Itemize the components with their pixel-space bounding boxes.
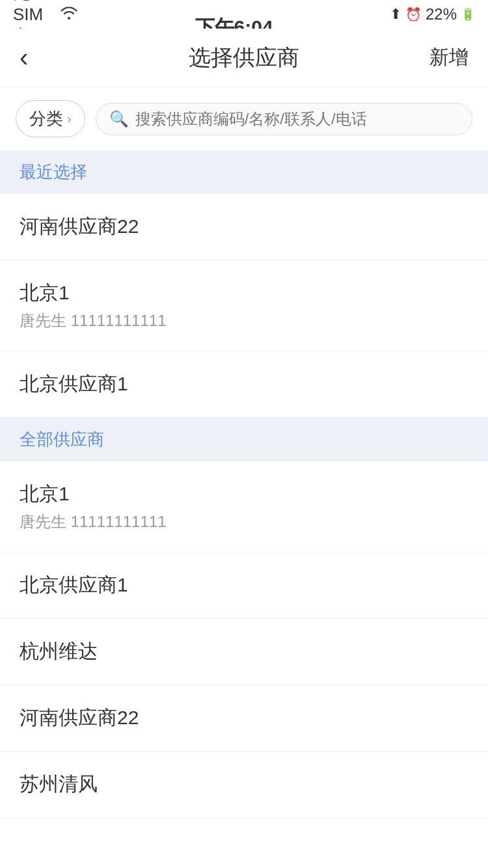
search-icon: 🔍 <box>109 110 129 128</box>
list-item[interactable]: 河南供应商22 <box>0 194 488 260</box>
section-header-all: 全部供应商 <box>0 418 488 461</box>
section-header-recent: 最近选择 <box>0 150 488 194</box>
location-icon: ⬆ <box>390 6 401 23</box>
chevron-right-icon: › <box>67 111 72 126</box>
item-name: 北京1 <box>20 280 468 306</box>
section-header-text: 最近选择 <box>20 162 87 182</box>
item-sub: 唐先生 11111111111 <box>20 310 468 331</box>
search-box[interactable]: 🔍 <box>96 103 472 135</box>
list-item[interactable]: 北京供应商1 <box>0 552 488 619</box>
list-item[interactable]: 河南供应商22 <box>0 685 488 752</box>
list-item[interactable]: 北京1唐先生 11111111111 <box>0 461 488 552</box>
wifi-icon <box>60 5 78 23</box>
list-item[interactable]: 北京1唐先生 11111111111 <box>0 260 488 351</box>
page-title: 选择供应商 <box>189 43 299 73</box>
item-name: 北京1 <box>20 481 468 508</box>
status-bar: 无 SIM 卡 下午6:04 ⬆ ⏰ 22% 🔋 <box>0 0 488 29</box>
item-name: 河南供应商22 <box>20 213 468 240</box>
status-right: ⬆ ⏰ 22% 🔋 <box>390 5 475 23</box>
list-item[interactable]: 苏州清风 <box>0 752 488 818</box>
category-label: 分类 <box>29 107 63 130</box>
battery-icon: 🔋 <box>461 7 475 21</box>
section-header-text: 全部供应商 <box>20 429 104 449</box>
suppliers-list: 最近选择河南供应商22北京1唐先生 11111111111北京供应商1全部供应商… <box>0 150 488 818</box>
item-name: 苏州清风 <box>20 771 468 798</box>
filter-bar: 分类 › 🔍 <box>0 87 488 150</box>
back-button[interactable]: ‹ <box>20 43 59 72</box>
category-button[interactable]: 分类 › <box>16 100 85 137</box>
alarm-icon: ⏰ <box>405 7 422 22</box>
search-input[interactable] <box>135 110 459 128</box>
item-sub: 唐先生 11111111111 <box>20 511 468 532</box>
item-name: 北京供应商1 <box>20 572 468 599</box>
list-item[interactable]: 北京供应商1 <box>0 351 488 418</box>
item-name: 杭州维达 <box>20 638 468 665</box>
item-name: 北京供应商1 <box>20 371 468 398</box>
battery-text: 22% <box>426 5 457 23</box>
item-name: 河南供应商22 <box>20 705 468 731</box>
nav-bar: ‹ 选择供应商 新增 <box>0 29 488 87</box>
list-item[interactable]: 杭州维达 <box>0 619 488 685</box>
new-button[interactable]: 新增 <box>429 44 468 71</box>
